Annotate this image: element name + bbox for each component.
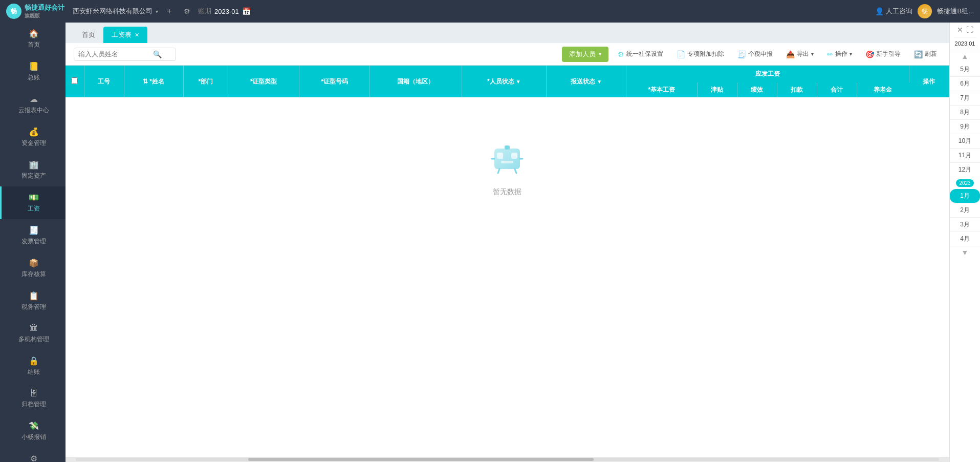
- month-item-7[interactable]: 7月: [950, 91, 980, 106]
- table-wrap: 工号 ⇅ *姓名 *部门 *证型类型 *证型号码 国籍（地区） *人员状态 ▼ …: [66, 66, 949, 457]
- th-total: 合计: [817, 82, 857, 97]
- tab-home-label: 首页: [82, 30, 95, 39]
- company-chevron-icon: ▾: [156, 9, 158, 14]
- th-deduction: 扣款: [777, 82, 817, 97]
- bottom-scrollbar[interactable]: [66, 457, 949, 462]
- empty-state-cell: 暂无数据: [66, 97, 949, 238]
- logo-sub: 旗舰版: [25, 12, 64, 19]
- svg-rect-2: [511, 153, 517, 159]
- month-item-10[interactable]: 10月: [950, 134, 980, 149]
- help-btn[interactable]: 👤 人工咨询: [875, 7, 912, 16]
- empty-text: 暂无数据: [493, 187, 521, 197]
- tab-salary[interactable]: 工资表 ✕: [103, 27, 147, 43]
- month-item-2[interactable]: 2月: [950, 203, 980, 218]
- tax-btn-icon: 🧾: [737, 50, 746, 58]
- sidebar-label-report: 云报表中心: [18, 106, 49, 115]
- month-item-4[interactable]: 4月: [950, 232, 980, 246]
- th-salary-group: 应发工资: [626, 66, 909, 82]
- refresh-icon: 🔄: [914, 50, 923, 58]
- sidebar-item-close[interactable]: 🔒 结账: [0, 350, 66, 383]
- month-item-5[interactable]: 5月: [950, 62, 980, 77]
- sidebar-item-fund[interactable]: 💰 资金管理: [0, 121, 66, 154]
- search-icon: 🔍: [153, 50, 162, 58]
- logo-icon: 畅: [6, 4, 21, 19]
- th-report-status: 报送状态 ▼: [547, 66, 626, 97]
- operate-btn[interactable]: ✏ 操作 ▾: [823, 48, 856, 60]
- guide-btn[interactable]: 🎯 新手引导: [861, 48, 905, 60]
- period-value: 2023-01: [214, 8, 239, 15]
- panel-close-icon[interactable]: ✕: [957, 26, 963, 34]
- svg-rect-1: [497, 153, 503, 159]
- search-wrap: 🔍: [74, 48, 176, 61]
- select-all-checkbox[interactable]: [71, 77, 78, 84]
- month-item-3[interactable]: 3月: [950, 218, 980, 232]
- month-item-6[interactable]: 6月: [950, 77, 980, 91]
- company-select[interactable]: 西安虾米网络科技有限公司 ▾: [73, 7, 158, 16]
- tax-icon: 📋: [29, 291, 39, 301]
- panel-expand-icon[interactable]: ⛶: [966, 26, 973, 34]
- sidebar: 🏠 首页 📒 总账 ☁ 云报表中心 💰 资金管理 🏢 固定资产 💵 工资 🧾 发…: [0, 23, 66, 462]
- tax-btn[interactable]: 🧾 个税申报: [733, 48, 777, 60]
- th-base-salary: *基本工资: [626, 82, 697, 97]
- expense-icon: 💸: [29, 421, 39, 431]
- assets-icon: 🏢: [29, 160, 39, 170]
- month-item-12[interactable]: 12月: [950, 163, 980, 177]
- sidebar-item-assets[interactable]: 🏢 固定资产: [0, 154, 66, 186]
- tab-salary-close-icon[interactable]: ✕: [135, 32, 139, 38]
- report-icon: ☁: [30, 94, 38, 104]
- sidebar-label-archive: 归档管理: [21, 400, 46, 409]
- month-down-arrow[interactable]: ▼: [950, 246, 980, 259]
- month-up-arrow[interactable]: ▲: [950, 50, 980, 62]
- th-people-status: *人员状态 ▼: [462, 66, 547, 97]
- social-insurance-btn[interactable]: ⚙ 统一社保设置: [614, 48, 667, 60]
- report-status-filter-icon[interactable]: ▼: [597, 79, 602, 85]
- sidebar-item-salary[interactable]: 💵 工资: [0, 186, 66, 219]
- calendar-icon[interactable]: 📅: [242, 7, 251, 15]
- sidebar-label-stock: 库存核算: [21, 270, 46, 279]
- month-item-8[interactable]: 8月: [950, 106, 980, 120]
- refresh-btn[interactable]: 🔄 刷新: [910, 48, 941, 60]
- add-people-button[interactable]: 添加人员 ▾: [562, 47, 608, 62]
- people-status-filter-icon[interactable]: ▼: [516, 79, 521, 85]
- month-item-11[interactable]: 11月: [950, 149, 980, 163]
- sidebar-item-ledger[interactable]: 📒 总账: [0, 55, 66, 88]
- scroll-thumb[interactable]: [248, 458, 594, 461]
- operate-icon: ✏: [827, 50, 833, 58]
- sidebar-item-multi[interactable]: 🏛 多机构管理: [0, 318, 66, 350]
- sidebar-item-setting[interactable]: ⚙ 基础设置: [0, 448, 66, 462]
- invoice-icon: 🧾: [29, 225, 39, 235]
- sidebar-item-home[interactable]: 🏠 首页: [0, 23, 66, 55]
- search-input[interactable]: [78, 50, 150, 58]
- deduction-btn[interactable]: 📄 专项附加扣除: [672, 48, 728, 60]
- sidebar-item-invoice[interactable]: 🧾 发票管理: [0, 219, 66, 252]
- add-btn-arrow-icon: ▾: [599, 51, 601, 57]
- sidebar-label-multi: 多机构管理: [18, 335, 49, 344]
- export-btn[interactable]: 📤 导出 ▾: [782, 48, 818, 60]
- settings-icon[interactable]: ⚙: [181, 5, 193, 17]
- ledger-icon: 📒: [29, 61, 39, 71]
- sidebar-label-invoice: 发票管理: [21, 237, 46, 246]
- svg-rect-0: [494, 149, 520, 169]
- th-id: 工号: [84, 66, 124, 97]
- sidebar-item-archive[interactable]: 🗄 归档管理: [0, 383, 66, 415]
- svg-line-8: [515, 169, 516, 173]
- sidebar-label-salary: 工资: [28, 204, 40, 213]
- month-item-9[interactable]: 9月: [950, 120, 980, 134]
- sidebar-item-expense[interactable]: 💸 小畅报销: [0, 415, 66, 448]
- tab-home[interactable]: 首页: [74, 27, 103, 43]
- th-checkbox: [66, 66, 84, 97]
- sidebar-item-tax[interactable]: 📋 税务管理: [0, 285, 66, 318]
- logo-area: 畅 畅捷通好会计 旗舰版: [6, 3, 68, 19]
- empty-icon: [487, 138, 528, 179]
- th-dept: *部门: [183, 66, 228, 97]
- empty-state: 暂无数据: [66, 97, 949, 238]
- logo-title: 畅捷通好会计: [25, 3, 64, 12]
- sidebar-item-stock[interactable]: 📦 库存核算: [0, 252, 66, 285]
- plus-icon[interactable]: +: [163, 5, 176, 17]
- month-item-1[interactable]: 1月: [950, 189, 980, 203]
- sidebar-item-report[interactable]: ☁ 云报表中心: [0, 88, 66, 121]
- user-name: 畅捷通B组...: [937, 7, 974, 16]
- sidebar-label-expense: 小畅报销: [21, 433, 46, 442]
- period-label: 账期: [198, 7, 211, 16]
- setting-icon: ⚙: [30, 454, 37, 462]
